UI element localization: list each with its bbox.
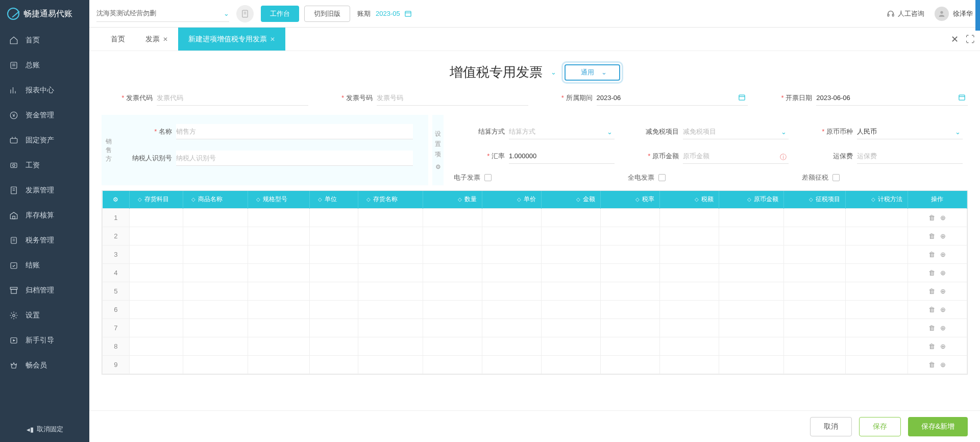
cell[interactable] [784, 282, 846, 300]
cell[interactable] [542, 282, 601, 300]
cell[interactable] [183, 355, 248, 374]
diff-tax-checkbox[interactable] [832, 174, 840, 181]
delete-row-icon[interactable]: 🗑 [928, 361, 935, 369]
cell[interactable] [129, 355, 183, 374]
cell[interactable] [358, 263, 423, 282]
sidebar-item-archive[interactable]: 归档管理 [0, 278, 89, 303]
cell[interactable] [542, 245, 601, 263]
cell[interactable] [846, 282, 908, 300]
sidebar-item-money[interactable]: ¥资金管理 [0, 103, 89, 128]
cell[interactable] [482, 300, 542, 318]
exchange-rate-input[interactable] [509, 149, 615, 164]
calendar-icon[interactable] [738, 93, 746, 101]
cell[interactable] [482, 337, 542, 355]
sidebar-item-invoice[interactable]: 发票管理 [0, 178, 89, 203]
cell[interactable] [601, 282, 660, 300]
cell[interactable] [358, 227, 423, 245]
cell[interactable] [660, 263, 719, 282]
e-invoice-checkbox[interactable] [484, 174, 492, 181]
original-amount-input[interactable] [683, 149, 789, 164]
column-header[interactable]: ◇征税项目 [784, 191, 846, 208]
full-e-invoice-checkbox[interactable] [658, 174, 666, 181]
seller-name-input[interactable] [176, 124, 413, 139]
cell[interactable] [784, 337, 846, 355]
cell[interactable] [129, 245, 183, 263]
cell[interactable] [129, 208, 183, 227]
tax-reduction-select[interactable] [683, 124, 789, 139]
cell[interactable] [482, 318, 542, 337]
cancel-button[interactable]: 取消 [810, 417, 852, 436]
cell[interactable] [482, 355, 542, 374]
cell[interactable] [542, 227, 601, 245]
column-header[interactable]: ◇单位 [310, 191, 358, 208]
add-row-icon[interactable]: ⊕ [940, 214, 946, 222]
tab-close-icon[interactable]: ✕ [270, 36, 275, 43]
user-menu[interactable]: 徐泽华 [935, 7, 973, 21]
cell[interactable] [423, 355, 482, 374]
cell[interactable] [183, 282, 248, 300]
cell[interactable] [601, 300, 660, 318]
cell[interactable] [784, 318, 846, 337]
cell[interactable] [542, 318, 601, 337]
cell[interactable] [183, 208, 248, 227]
cell[interactable] [423, 282, 482, 300]
period-picker[interactable]: 2023-05 [376, 10, 412, 17]
invoice-type-dropdown[interactable]: ⌄ [551, 68, 556, 76]
delete-row-icon[interactable]: 🗑 [928, 306, 935, 313]
cell[interactable] [310, 263, 358, 282]
cell[interactable] [482, 282, 542, 300]
cell[interactable] [601, 337, 660, 355]
delete-row-icon[interactable]: 🗑 [928, 214, 935, 222]
cell[interactable] [183, 263, 248, 282]
cell[interactable] [660, 300, 719, 318]
delete-row-icon[interactable]: 🗑 [928, 324, 935, 332]
unpin-sidebar[interactable]: ◂▮ 取消固定 [0, 416, 89, 442]
cell[interactable] [846, 318, 908, 337]
cell[interactable] [248, 208, 309, 227]
add-row-icon[interactable]: ⊕ [940, 269, 946, 277]
cell[interactable] [601, 208, 660, 227]
cell[interactable] [601, 355, 660, 374]
tab-close-icon[interactable]: ✕ [163, 36, 168, 43]
cell[interactable] [310, 355, 358, 374]
cell[interactable] [719, 227, 784, 245]
invoice-code-input[interactable] [157, 90, 308, 106]
cell[interactable] [660, 318, 719, 337]
cell[interactable] [310, 245, 358, 263]
add-row-icon[interactable]: ⊕ [940, 306, 946, 313]
cell[interactable] [660, 337, 719, 355]
company-select[interactable]: 沈海英测试经营勿删 ⌄ [96, 6, 229, 22]
workbench-button[interactable]: 工作台 [261, 6, 299, 22]
cell[interactable] [310, 337, 358, 355]
cell[interactable] [358, 208, 423, 227]
tab[interactable]: 发票✕ [135, 28, 178, 51]
payment-method-select[interactable] [509, 124, 615, 139]
column-header[interactable]: ◇数量 [423, 191, 482, 208]
cell[interactable] [482, 263, 542, 282]
cell[interactable] [248, 337, 309, 355]
cell[interactable] [784, 227, 846, 245]
cell[interactable] [423, 245, 482, 263]
template-type-button[interactable]: 通用 ⌄ [565, 64, 620, 81]
cell[interactable] [660, 282, 719, 300]
cell[interactable] [846, 208, 908, 227]
cell[interactable] [719, 337, 784, 355]
cell[interactable] [129, 227, 183, 245]
column-header[interactable]: ◇商品名称 [183, 191, 248, 208]
sidebar-item-asset[interactable]: 固定资产 [0, 128, 89, 153]
calendar-icon[interactable] [958, 93, 966, 101]
cell[interactable] [248, 300, 309, 318]
cell[interactable] [784, 355, 846, 374]
sidebar-item-ledger[interactable]: 总账 [0, 53, 89, 78]
sidebar-item-close-period[interactable]: 结账 [0, 253, 89, 278]
cell[interactable] [846, 263, 908, 282]
delete-row-icon[interactable]: 🗑 [928, 251, 935, 258]
delete-row-icon[interactable]: 🗑 [928, 342, 935, 350]
close-all-tabs[interactable]: ✕ [951, 34, 959, 45]
cell[interactable] [248, 263, 309, 282]
cell[interactable] [719, 245, 784, 263]
sidebar-item-salary[interactable]: 工资 [0, 153, 89, 178]
column-header[interactable]: ◇金额 [542, 191, 601, 208]
sidebar-item-warehouse[interactable]: 库存核算 [0, 203, 89, 228]
cell[interactable] [846, 227, 908, 245]
